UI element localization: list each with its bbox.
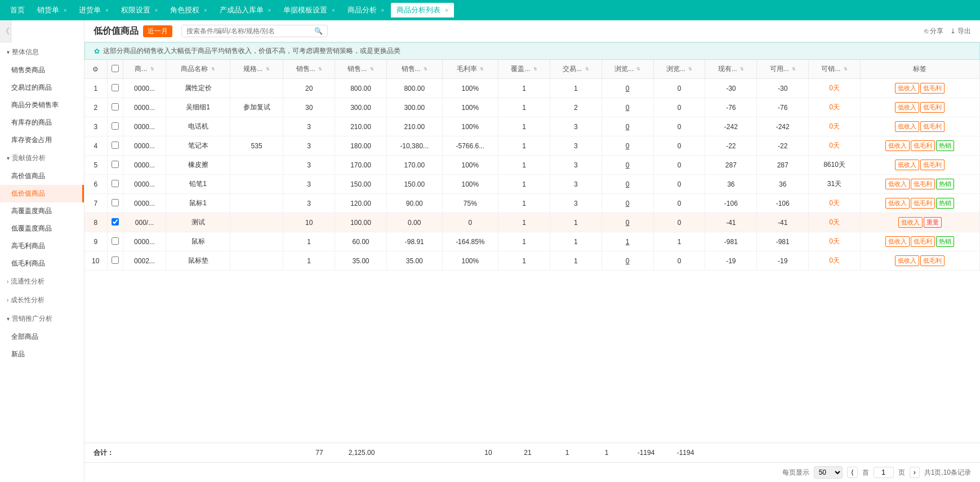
row-checkbox[interactable] — [112, 161, 119, 168]
row-checkbox[interactable] — [112, 122, 119, 130]
row-checkbox[interactable] — [112, 84, 119, 91]
browse1-link[interactable]: 0 — [626, 257, 630, 265]
nav-purchase[interactable]: 进货单 × — [73, 3, 114, 17]
col-name[interactable]: 商品名称 ⇅ — [166, 60, 230, 79]
nav-analysis-list[interactable]: 商品分析列表 × — [391, 3, 453, 17]
browse1-link[interactable]: 0 — [626, 104, 630, 112]
cell-checkbox[interactable] — [107, 117, 123, 136]
sidebar-item-category-rate[interactable]: 商品分类销售率 — [0, 96, 84, 114]
col-settings[interactable]: ⚙ — [84, 60, 107, 79]
nav-permission-close[interactable]: × — [155, 7, 158, 14]
next-page-btn[interactable]: › — [910, 467, 920, 478]
sidebar-item-high-margin[interactable]: 高毛利商品 — [0, 237, 84, 255]
current-page-input[interactable] — [874, 467, 894, 478]
sidebar-collapse-btn[interactable]: 《 — [0, 20, 11, 43]
export-btn[interactable]: ⤓ 导出 — [950, 26, 971, 36]
cell-checkbox[interactable] — [107, 156, 123, 175]
cell-checkbox[interactable] — [107, 213, 123, 232]
nav-role[interactable]: 角色授权 × — [164, 3, 212, 17]
cell-browse1[interactable]: 0 — [602, 136, 653, 156]
nav-role-close[interactable]: × — [204, 7, 207, 14]
cell-checkbox[interactable] — [107, 251, 123, 271]
browse1-link[interactable]: 0 — [626, 219, 630, 227]
sidebar-item-in-stock[interactable]: 有库存的商品 — [0, 114, 84, 131]
table-container[interactable]: ⚙ 商... ⇅ 商品名称 ⇅ 规格... ⇅ 销售... ⇅ 销售... ⇅ … — [84, 60, 980, 443]
row-checkbox[interactable] — [112, 180, 119, 187]
cell-browse1[interactable]: 0 — [602, 156, 653, 175]
col-code[interactable]: 商... ⇅ — [123, 60, 166, 79]
browse1-link[interactable]: 0 — [626, 85, 630, 92]
nav-sales-close[interactable]: × — [64, 7, 67, 14]
sidebar-item-traded[interactable]: 交易过的商品 — [0, 79, 84, 96]
col-tags[interactable]: 标签 — [860, 60, 979, 79]
sidebar-section-contribution[interactable]: ▾ 贡献值分析 — [0, 149, 84, 167]
nav-analysis[interactable]: 商品分析 × — [342, 3, 390, 17]
cell-browse1[interactable]: 0 — [602, 213, 653, 232]
cell-browse1[interactable]: 0 — [602, 194, 653, 213]
row-checkbox[interactable] — [112, 257, 119, 264]
browse1-link[interactable]: 0 — [626, 123, 630, 131]
sidebar-item-high-value[interactable]: 高价值商品 — [0, 167, 84, 185]
sidebar-item-high-coverage[interactable]: 高覆盖度商品 — [0, 202, 84, 220]
row-checkbox[interactable] — [112, 103, 119, 110]
nav-purchase-close[interactable]: × — [105, 7, 109, 14]
nav-analysis-list-close[interactable]: × — [445, 7, 448, 14]
search-input[interactable] — [186, 27, 312, 35]
col-current[interactable]: 现有... ⇅ — [705, 60, 757, 79]
page-size-select[interactable]: 50 20 100 — [814, 466, 843, 479]
cell-browse1[interactable]: 0 — [602, 117, 653, 136]
sidebar-item-low-coverage[interactable]: 低覆盖度商品 — [0, 220, 84, 237]
col-sale3[interactable]: 销售... ⇅ — [386, 60, 442, 79]
cell-checkbox[interactable] — [107, 194, 123, 213]
col-spec[interactable]: 规格... ⇅ — [230, 60, 283, 79]
search-icon[interactable]: 🔍 — [314, 27, 323, 35]
nav-stock-close[interactable]: × — [268, 7, 271, 14]
share-btn[interactable]: ⎋ 分享 — [924, 26, 943, 36]
nav-sales[interactable]: 销货单 × — [32, 3, 72, 17]
browse1-link[interactable]: 0 — [626, 180, 630, 188]
col-sale1[interactable]: 销售... ⇅ — [283, 60, 335, 79]
cell-checkbox[interactable] — [107, 98, 123, 117]
sidebar-section-marketing[interactable]: ▾ 营销推广分析 — [0, 309, 84, 328]
sidebar-item-sales-goods[interactable]: 销售类商品 — [0, 61, 84, 79]
col-browse1[interactable]: 浏览... ⇅ — [602, 60, 653, 79]
row-checkbox[interactable] — [112, 237, 119, 245]
cell-checkbox[interactable] — [107, 79, 123, 98]
first-page-btn[interactable]: ⟨ — [847, 467, 858, 478]
browse1-link[interactable]: 0 — [626, 161, 630, 169]
date-filter-btn[interactable]: 近一月 — [143, 25, 172, 37]
browse1-link[interactable]: 0 — [626, 200, 630, 207]
nav-stock[interactable]: 产成品入库单 × — [214, 3, 277, 17]
sidebar-section-overall[interactable]: ▾ 整体信息 — [0, 43, 84, 61]
sidebar-section-growth[interactable]: › 成长性分析 — [0, 291, 84, 309]
row-checkbox[interactable] — [112, 199, 119, 206]
cell-browse1[interactable]: 0 — [602, 175, 653, 194]
col-saleable[interactable]: 可销... ⇅ — [809, 60, 861, 79]
cell-browse1[interactable]: 1 — [602, 232, 653, 251]
col-sale2[interactable]: 销售... ⇅ — [335, 60, 387, 79]
sidebar-item-low-margin[interactable]: 低毛利商品 — [0, 255, 84, 272]
cell-browse1[interactable]: 0 — [602, 79, 653, 98]
cell-checkbox[interactable] — [107, 232, 123, 251]
nav-analysis-close[interactable]: × — [381, 7, 384, 14]
sidebar-item-stock-capital[interactable]: 库存资金占用 — [0, 131, 84, 149]
select-all-checkbox[interactable] — [112, 65, 119, 72]
col-usable[interactable]: 可用... ⇅ — [757, 60, 809, 79]
sidebar-item-all-goods[interactable]: 全部商品 — [0, 328, 84, 346]
search-box[interactable]: 🔍 — [181, 25, 328, 37]
cell-checkbox[interactable] — [107, 136, 123, 156]
cell-browse1[interactable]: 0 — [602, 98, 653, 117]
nav-template[interactable]: 单据模板设置 × — [278, 3, 340, 17]
sidebar-item-low-value[interactable]: 低价值商品 — [0, 185, 84, 202]
col-trade[interactable]: 交易... ⇅ — [550, 60, 602, 79]
nav-home[interactable]: 首页 — [5, 3, 30, 17]
col-cover[interactable]: 覆盖... ⇅ — [498, 60, 550, 79]
nav-permission[interactable]: 权限设置 × — [115, 3, 163, 17]
sidebar-item-new-goods[interactable]: 新品 — [0, 346, 84, 363]
sidebar-section-flow[interactable]: › 流通性分析 — [0, 272, 84, 291]
cell-browse1[interactable]: 0 — [602, 251, 653, 271]
cell-checkbox[interactable] — [107, 175, 123, 194]
col-browse2[interactable]: 浏览... ⇅ — [653, 60, 705, 79]
col-margin[interactable]: 毛利率 ⇅ — [442, 60, 498, 79]
browse1-link[interactable]: 0 — [626, 142, 630, 150]
